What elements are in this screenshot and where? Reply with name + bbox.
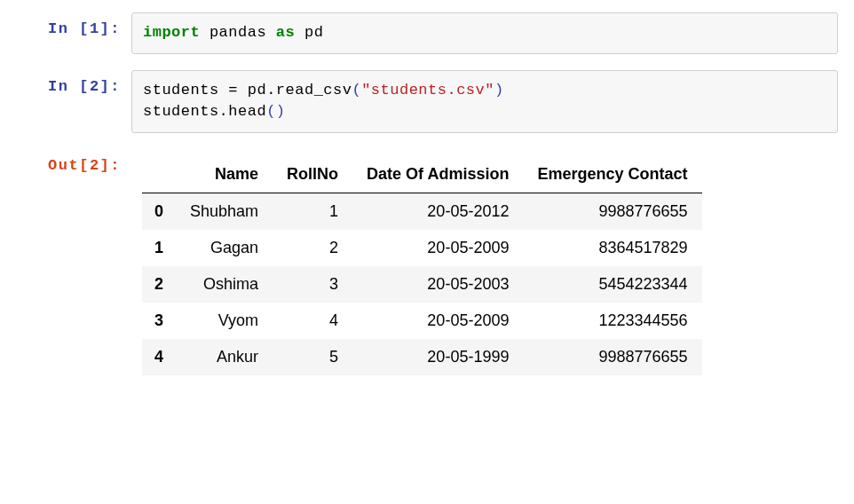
cell-contact: 1223344556 [523,303,701,339]
code-cell-1: In [1]: import pandas as pd [0,12,854,54]
code-cell-2: In [2]: students = pd.read_csv("students… [0,70,854,133]
cell-date: 20-05-1999 [352,339,523,375]
output-prompt-2: Out[2]: [0,149,131,174]
cell-rollno: 4 [273,303,352,339]
code-line: students.head() [143,101,826,123]
table-row: 2 Oshima 3 20-05-2003 5454223344 [142,266,702,303]
cell-contact: 8364517829 [523,230,701,266]
cell-contact: 9988776655 [523,193,701,230]
row-index: 4 [142,339,176,375]
cell-rollno: 5 [273,339,352,375]
string-literal: "students.csv" [361,82,494,98]
cell-date: 20-05-2012 [352,193,523,230]
row-index: 1 [142,230,176,266]
output-cell-2: Out[2]: Name RollNo Date Of Admission Em… [0,149,854,375]
code-line: students = pd.read_csv("students.csv") [143,80,826,102]
table-row: 0 Shubham 1 20-05-2012 9988776655 [142,193,702,230]
cell-contact: 5454223344 [523,266,701,303]
table-header-contact: Emergency Contact [523,156,701,193]
table-header-index [142,156,176,193]
cell-rollno: 1 [273,193,352,230]
input-prompt-2: In [2]: [0,70,131,95]
dataframe-table: Name RollNo Date Of Admission Emergency … [142,156,702,375]
cell-contact: 9988776655 [523,339,701,375]
code-text: students.head [143,103,266,120]
notebook-container: In [1]: import pandas as pd In [2]: stud… [0,0,854,388]
code-input-1[interactable]: import pandas as pd [131,12,838,54]
code-input-2[interactable]: students = pd.read_csv("students.csv") s… [131,70,838,133]
code-text: pd [295,24,323,41]
cell-date: 20-05-2003 [352,266,523,303]
cell-name: Vyom [176,303,273,339]
keyword-as: as [276,24,295,41]
code-text: students [143,82,228,98]
row-index: 3 [142,303,176,339]
output-area: Name RollNo Date Of Admission Emergency … [131,149,838,375]
code-token: import pandas as pd [143,24,323,41]
cell-name: Ankur [176,339,273,375]
cell-name: Gagan [176,230,273,266]
cell-date: 20-05-2009 [352,230,523,266]
row-index: 0 [142,193,176,230]
cell-name: Oshima [176,266,273,303]
operator: = [228,82,238,98]
code-text: pandas [200,24,276,41]
paren: ( [266,103,276,120]
table-header-row: Name RollNo Date Of Admission Emergency … [142,156,702,193]
cell-name: Shubham [176,193,273,230]
table-row: 4 Ankur 5 20-05-1999 9988776655 [142,339,702,375]
keyword-import: import [143,24,200,41]
paren: ) [276,103,286,120]
cell-date: 20-05-2009 [352,303,523,339]
code-text: pd.read_csv [238,82,352,98]
table-header-rollno: RollNo [273,156,352,193]
input-prompt-1: In [1]: [0,12,131,37]
paren: ) [494,82,504,98]
cell-rollno: 3 [273,266,352,303]
table-row: 1 Gagan 2 20-05-2009 8364517829 [142,230,702,266]
cell-rollno: 2 [273,230,352,266]
table-header-name: Name [176,156,273,193]
table-header-date: Date Of Admission [352,156,523,193]
table-row: 3 Vyom 4 20-05-2009 1223344556 [142,303,702,339]
row-index: 2 [142,266,176,303]
paren: ( [352,82,361,98]
